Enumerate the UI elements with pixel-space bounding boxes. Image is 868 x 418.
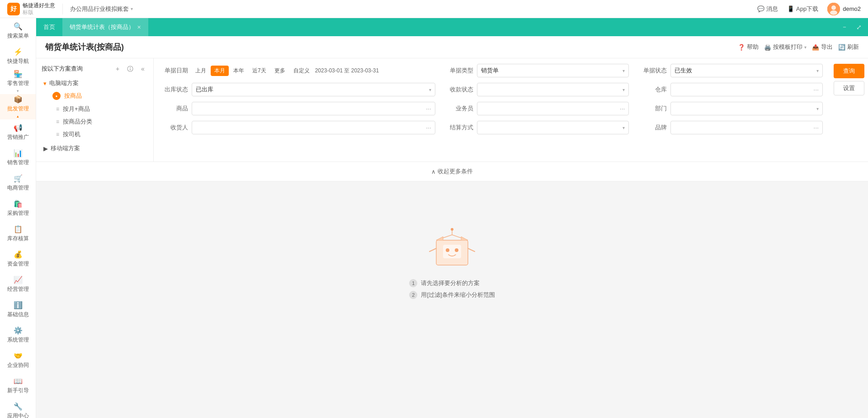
date-tab-this-month[interactable]: 本月 bbox=[211, 66, 229, 76]
salesperson-dots: ··· bbox=[620, 105, 625, 112]
scheme-group-mobile: ▶ 移动端方案 bbox=[42, 142, 148, 154]
filter-field-type: 单据类型 销货单 ▾ bbox=[446, 64, 629, 77]
marketing-icon: 📢 bbox=[14, 124, 23, 132]
svg-rect-5 bbox=[130, 68, 130, 71]
purchase-icon: 🛍️ bbox=[14, 200, 23, 208]
sidebar-item-sales[interactable]: 📊 销售管理 bbox=[0, 145, 36, 170]
brand-dots: ··· bbox=[813, 124, 819, 131]
maximize-btn[interactable]: ⤢ bbox=[854, 22, 864, 33]
sidebar-item-search[interactable]: 🔍 搜索菜单 bbox=[0, 18, 36, 43]
empty-tip-1: 1 请先选择要分析的方案 bbox=[409, 279, 495, 287]
sidebar: 🔍 搜索菜单 ⚡ 快捷导航 🏪 零售管理 ▾ 📦 批发管理 ▴ 📢 营销推广 📊… bbox=[0, 18, 36, 418]
collapse-icon: ∧ bbox=[431, 168, 436, 175]
receiver-label: 收货人 bbox=[161, 124, 188, 132]
sidebar-item-quicknav[interactable]: ⚡ 快捷导航 bbox=[0, 43, 36, 69]
storage-label: 仓库 bbox=[640, 86, 667, 94]
filter-field-brand: 品牌 ··· bbox=[640, 121, 823, 134]
brand-control[interactable]: ··· bbox=[670, 121, 823, 134]
receiver-dots: ··· bbox=[426, 124, 431, 131]
tab-close-icon[interactable]: ✕ bbox=[137, 24, 141, 30]
svg-point-9 bbox=[455, 248, 458, 252]
sidebar-item-system[interactable]: ⚙️ 系统管理 bbox=[0, 322, 36, 347]
date-range: 2023-03-01 至 2023-03-31 bbox=[315, 67, 379, 75]
help-btn[interactable]: ❓ 帮助 bbox=[738, 43, 759, 51]
scheme-group-pc: ▾ 电脑端方案 ● 按商品 ≡ 按月+商品 bbox=[42, 77, 148, 141]
sidebar-item-finance[interactable]: 💰 资金管理 bbox=[0, 246, 36, 271]
refresh-btn[interactable]: 🔄 刷新 bbox=[838, 43, 859, 51]
sidebar-item-operations[interactable]: 📈 经营管理 bbox=[0, 271, 36, 297]
scheme-item-by-category[interactable]: ≡ 按商品分类 bbox=[42, 115, 148, 128]
date-tab-custom[interactable]: 自定义 bbox=[290, 66, 313, 76]
date-tab-7days[interactable]: 近7天 bbox=[249, 66, 270, 76]
workspace-selector[interactable]: 办公用品行业模拟账套 ▾ bbox=[70, 5, 133, 13]
scheme-add-btn[interactable]: + bbox=[113, 64, 123, 74]
goods-dots: ··· bbox=[426, 105, 431, 112]
sidebar-item-guide[interactable]: 📖 新手引导 bbox=[0, 373, 36, 398]
print-icon: 🖨️ bbox=[764, 44, 771, 51]
filter-row-3: 商品 ··· 业务员 ··· bbox=[161, 102, 823, 115]
sidebar-item-purchase[interactable]: 🛍️ 采购管理 bbox=[0, 195, 36, 221]
filter-field-date: 单据日期 上月 本月 本年 近7天 更多 自定义 bbox=[161, 66, 435, 76]
settlement-control[interactable]: ▾ bbox=[477, 121, 629, 134]
scheme-item-by-month-goods[interactable]: ≡ 按月+商品 bbox=[42, 103, 148, 115]
status-control[interactable]: 已生效 ▾ bbox=[670, 64, 823, 77]
scheme-group-pc-header[interactable]: ▾ 电脑端方案 bbox=[42, 77, 148, 89]
sidebar-item-wholesale[interactable]: 📦 批发管理 ▴ bbox=[0, 94, 36, 119]
export-btn[interactable]: 📤 导出 bbox=[812, 43, 833, 51]
scheme-collapse-btn[interactable]: « bbox=[138, 64, 148, 74]
salesperson-label: 业务员 bbox=[446, 104, 473, 113]
setting-btn[interactable]: 设置 bbox=[834, 81, 864, 95]
sidebar-item-retail[interactable]: 🏪 零售管理 ▾ bbox=[0, 69, 36, 94]
sidebar-item-base[interactable]: ℹ️ 基础信息 bbox=[0, 297, 36, 322]
filter-panel: 单据日期 上月 本月 本年 近7天 更多 自定义 bbox=[154, 58, 830, 162]
sidebar-item-ecommerce[interactable]: 🛒 电商管理 bbox=[0, 170, 36, 195]
ecommerce-icon: 🛒 bbox=[14, 174, 23, 183]
dept-arrow: ▾ bbox=[816, 106, 819, 111]
system-icon: ⚙️ bbox=[14, 326, 23, 335]
logo-text: 畅捷通好生意 标版 bbox=[23, 2, 55, 15]
salesperson-control[interactable]: ··· bbox=[477, 102, 629, 115]
wholesale-icon: 📦 bbox=[14, 95, 23, 104]
logo-icon: 好 bbox=[7, 3, 20, 15]
goods-control[interactable]: ··· bbox=[192, 102, 435, 115]
filter-main-row: 按以下方案查询 + « ▾ bbox=[36, 58, 868, 162]
sidebar-item-inventory[interactable]: 📋 库存核算 bbox=[0, 221, 36, 246]
svg-point-8 bbox=[446, 248, 449, 252]
user-avatar bbox=[827, 3, 840, 15]
retail-arrow: ▾ bbox=[17, 89, 19, 93]
message-action[interactable]: 💬 消息 bbox=[757, 5, 778, 13]
receiver-control[interactable]: ··· bbox=[192, 121, 435, 134]
finance-icon: 💰 bbox=[14, 250, 23, 259]
filter-field-status: 单据状态 已生效 ▾ bbox=[640, 64, 823, 77]
scheme-item-by-driver[interactable]: ≡ 按司机 bbox=[42, 128, 148, 141]
scheme-item-by-goods[interactable]: ● 按商品 bbox=[42, 89, 148, 103]
type-value: 销货单 bbox=[481, 66, 621, 75]
scheme-edit-btn[interactable] bbox=[125, 64, 135, 74]
date-tab-more[interactable]: 更多 bbox=[271, 66, 289, 76]
date-tab-last-month[interactable]: 上月 bbox=[192, 66, 210, 76]
tab-home[interactable]: 首页 bbox=[36, 18, 62, 36]
minimize-btn[interactable]: － bbox=[839, 22, 850, 33]
scheme-panel-title: 按以下方案查询 bbox=[42, 65, 83, 73]
collect-control[interactable]: ▾ bbox=[477, 83, 629, 96]
tab-sales-report[interactable]: 销货单统计表（按商品） ✕ bbox=[62, 18, 148, 36]
export-icon: 📤 bbox=[812, 44, 819, 51]
sidebar-item-appcenter[interactable]: 🔧 应用中心 bbox=[0, 398, 36, 418]
collapse-btn[interactable]: ∧ 收起更多条件 bbox=[426, 166, 478, 177]
svg-line-12 bbox=[429, 248, 436, 252]
storage-control[interactable]: ··· bbox=[670, 83, 823, 96]
sidebar-item-marketing[interactable]: 📢 营销推广 bbox=[0, 119, 36, 145]
app-download-action[interactable]: 📱 App下载 bbox=[787, 5, 818, 13]
query-btn[interactable]: 查询 bbox=[834, 64, 864, 78]
collect-label: 收款状态 bbox=[446, 86, 473, 94]
sidebar-item-collab[interactable]: 🤝 企业协同 bbox=[0, 347, 36, 373]
warehouse-control[interactable]: 已出库 ▾ bbox=[192, 83, 435, 96]
scheme-group-mobile-header[interactable]: ▶ 移动端方案 bbox=[42, 142, 148, 154]
dept-control[interactable]: ▾ bbox=[670, 102, 823, 115]
print-btn[interactable]: 🖨️ 按模板打印 ▾ bbox=[764, 43, 807, 51]
message-icon: 💬 bbox=[757, 5, 764, 12]
date-tab-this-year[interactable]: 本年 bbox=[230, 66, 248, 76]
type-control[interactable]: 销货单 ▾ bbox=[477, 64, 629, 77]
user-area[interactable]: demo2 bbox=[827, 3, 861, 15]
settlement-arrow: ▾ bbox=[623, 125, 625, 130]
